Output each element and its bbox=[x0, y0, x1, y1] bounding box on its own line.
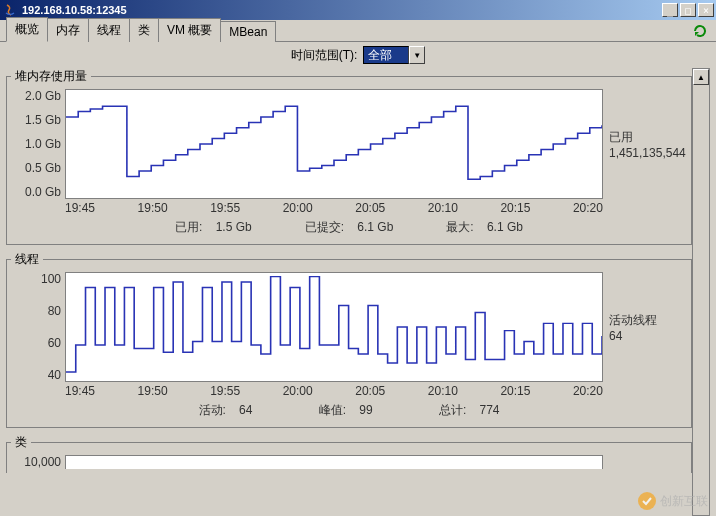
threads-plot bbox=[65, 272, 603, 382]
watermark-text: 创新互联 bbox=[660, 493, 708, 510]
right-label-value: 64 bbox=[609, 329, 687, 343]
heap-summary: 已用: 1.5 Gb 已提交: 6.1 Gb 最大: 6.1 Gb bbox=[11, 215, 687, 240]
time-range-label: 时间范围(T): bbox=[291, 47, 358, 64]
sum-label: 峰值: bbox=[319, 403, 346, 417]
tab-overview[interactable]: 概览 bbox=[6, 17, 48, 42]
tab-vm-summary[interactable]: VM 概要 bbox=[158, 18, 221, 42]
right-label-title: 已用 bbox=[609, 129, 687, 146]
chevron-down-icon: ▼ bbox=[409, 46, 425, 64]
tab-label: 概览 bbox=[15, 22, 39, 36]
x-tick: 20:05 bbox=[355, 201, 385, 215]
close-button[interactable]: × bbox=[698, 3, 714, 17]
tab-label: 内存 bbox=[56, 23, 80, 37]
window-title: 192.168.10.58:12345 bbox=[22, 4, 660, 16]
x-tick: 20:00 bbox=[283, 201, 313, 215]
y-tick: 1.5 Gb bbox=[11, 113, 61, 127]
threads-chart-block: 线程 100 80 60 40 bbox=[6, 251, 692, 428]
tab-label: 类 bbox=[138, 23, 150, 37]
window-titlebar: 192.168.10.58:12345 _ □ × bbox=[0, 0, 716, 20]
x-tick: 20:05 bbox=[355, 384, 385, 398]
minimize-button[interactable]: _ bbox=[662, 3, 678, 17]
sum-label: 最大: bbox=[446, 220, 473, 234]
maximize-button[interactable]: □ bbox=[680, 3, 696, 17]
y-tick: 0.5 Gb bbox=[11, 161, 61, 175]
right-label-value: 1,451,135,544 bbox=[609, 146, 687, 160]
tab-classes[interactable]: 类 bbox=[129, 18, 159, 42]
x-tick: 19:45 bbox=[65, 201, 95, 215]
tab-label: MBean bbox=[229, 25, 267, 39]
threads-y-axis: 100 80 60 40 bbox=[11, 272, 65, 382]
y-tick: 1.0 Gb bbox=[11, 137, 61, 151]
sum-label: 总计: bbox=[439, 403, 466, 417]
heap-x-axis: 19:45 19:50 19:55 20:00 20:05 20:10 20:1… bbox=[11, 199, 687, 215]
threads-summary: 活动: 64 峰值: 99 总计: 774 bbox=[11, 398, 687, 423]
sum-value: 774 bbox=[479, 403, 499, 417]
x-tick: 19:55 bbox=[210, 201, 240, 215]
right-label-title: 活动线程 bbox=[609, 312, 687, 329]
sum-label: 已用: bbox=[175, 220, 202, 234]
x-tick: 19:50 bbox=[138, 384, 168, 398]
sum-value: 1.5 Gb bbox=[216, 220, 252, 234]
y-tick: 2.0 Gb bbox=[11, 89, 61, 103]
heap-right-label: 已用 1,451,135,544 bbox=[603, 89, 687, 199]
heap-chart-block: 堆内存使用量 2.0 Gb 1.5 Gb 1.0 Gb 0.5 Gb 0.0 G… bbox=[6, 68, 692, 245]
sum-value: 64 bbox=[239, 403, 252, 417]
x-tick: 20:00 bbox=[283, 384, 313, 398]
sum-value: 6.1 Gb bbox=[487, 220, 523, 234]
x-tick: 20:10 bbox=[428, 384, 458, 398]
sum-value: 99 bbox=[359, 403, 372, 417]
threads-chart-title: 线程 bbox=[11, 251, 43, 268]
classes-chart-title: 类 bbox=[11, 434, 31, 451]
sum-value: 6.1 Gb bbox=[357, 220, 393, 234]
x-tick: 20:10 bbox=[428, 201, 458, 215]
y-tick: 40 bbox=[11, 368, 61, 382]
java-app-icon bbox=[2, 2, 18, 18]
tab-mbean[interactable]: MBean bbox=[220, 21, 276, 42]
heap-plot bbox=[65, 89, 603, 199]
classes-chart-block: 类 10,000 bbox=[6, 434, 692, 473]
heap-y-axis: 2.0 Gb 1.5 Gb 1.0 Gb 0.5 Gb 0.0 Gb bbox=[11, 89, 65, 199]
classes-plot bbox=[65, 455, 603, 469]
heap-chart-title: 堆内存使用量 bbox=[11, 68, 91, 85]
sum-label: 活动: bbox=[199, 403, 226, 417]
y-tick: 10,000 bbox=[11, 455, 61, 469]
watermark: 创新互联 bbox=[638, 492, 708, 510]
tab-bar: 概览 内存 线程 类 VM 概要 MBean bbox=[0, 20, 716, 42]
x-tick: 19:50 bbox=[138, 201, 168, 215]
classes-y-axis: 10,000 bbox=[11, 455, 65, 469]
time-range-row: 时间范围(T): 全部 ▼ bbox=[6, 42, 710, 68]
x-tick: 19:55 bbox=[210, 384, 240, 398]
x-tick: 19:45 bbox=[65, 384, 95, 398]
threads-right-label: 活动线程 64 bbox=[603, 272, 687, 382]
watermark-icon bbox=[638, 492, 656, 510]
tab-label: 线程 bbox=[97, 23, 121, 37]
x-tick: 20:20 bbox=[573, 201, 603, 215]
time-range-value: 全部 bbox=[368, 47, 392, 64]
vertical-scrollbar[interactable]: ▲ bbox=[692, 68, 710, 516]
scroll-up-icon[interactable]: ▲ bbox=[693, 69, 709, 85]
refresh-icon[interactable] bbox=[692, 23, 708, 42]
y-tick: 80 bbox=[11, 304, 61, 318]
x-tick: 20:15 bbox=[500, 201, 530, 215]
tab-label: VM 概要 bbox=[167, 23, 212, 37]
y-tick: 0.0 Gb bbox=[11, 185, 61, 199]
time-range-select[interactable]: 全部 ▼ bbox=[363, 46, 425, 64]
tab-memory[interactable]: 内存 bbox=[47, 18, 89, 42]
x-tick: 20:15 bbox=[500, 384, 530, 398]
y-tick: 60 bbox=[11, 336, 61, 350]
x-tick: 20:20 bbox=[573, 384, 603, 398]
tab-threads[interactable]: 线程 bbox=[88, 18, 130, 42]
classes-right-label bbox=[603, 455, 687, 469]
sum-label: 已提交: bbox=[305, 220, 344, 234]
threads-x-axis: 19:45 19:50 19:55 20:00 20:05 20:10 20:1… bbox=[11, 382, 687, 398]
y-tick: 100 bbox=[11, 272, 61, 286]
